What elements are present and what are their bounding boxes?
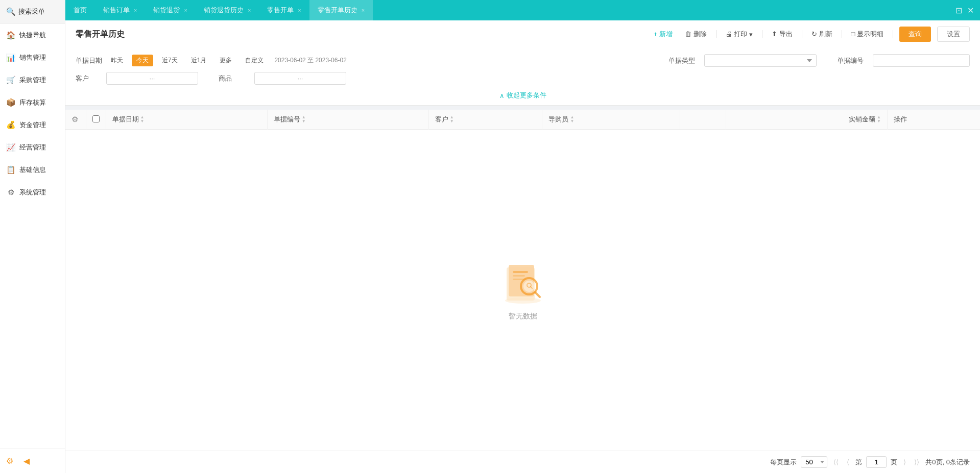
sidebar-item-purchase-mgmt[interactable]: 🛒 采购管理 xyxy=(0,69,65,91)
first-page-btn[interactable]: ⟨⟨ xyxy=(831,457,841,467)
th-customer-label: 客户 xyxy=(435,115,448,124)
sidebar-item-finance[interactable]: 💰 资金管理 xyxy=(0,114,65,136)
sidebar-label-purchase-mgmt: 采购管理 xyxy=(19,76,46,85)
nav-right-controls: ⊡ ✕ xyxy=(955,6,980,15)
operations-icon: 📈 xyxy=(6,143,15,152)
th-salesperson-label: 导购员 xyxy=(548,115,568,124)
page-header: 零售开单历史 + 新增 🗑 删除 🖨 打印 ▾ ⬆ 导出 ↻ 刷新 □ 显示明细 xyxy=(65,20,980,106)
date-btn-more[interactable]: 更多 xyxy=(215,55,236,66)
toolbar-divider-4 xyxy=(842,30,842,38)
query-button[interactable]: 查询 xyxy=(899,27,931,42)
customer-filter-btn[interactable]: ··· xyxy=(106,72,198,85)
prev-page-btn[interactable]: ⟨ xyxy=(845,457,851,467)
sidebar-item-inventory[interactable]: 📦 库存核算 xyxy=(0,91,65,114)
basic-info-icon: 📋 xyxy=(6,165,15,175)
date-btn-yesterday[interactable]: 昨天 xyxy=(106,55,128,66)
refresh-button[interactable]: ↻ 刷新 xyxy=(808,28,835,41)
empty-text: 暂无数据 xyxy=(509,312,537,321)
tab-retail-open[interactable]: 零售开单 × xyxy=(259,0,309,20)
export-button[interactable]: ⬆ 导出 xyxy=(769,28,796,41)
print-arrow-icon: ▾ xyxy=(749,31,753,38)
tab-sales-return-history-label: 销货退货历史 xyxy=(204,6,244,15)
toolbar: + 新增 🗑 删除 🖨 打印 ▾ ⬆ 导出 ↻ 刷新 □ 显示明细 查询 xyxy=(651,27,970,42)
collapse-icon: ∧ xyxy=(499,92,505,99)
date-btn-1month[interactable]: 近1月 xyxy=(186,55,211,66)
tab-sales-order-close[interactable]: × xyxy=(134,7,137,13)
page-label: 第 xyxy=(855,458,862,467)
goods-filter-label: 商品 xyxy=(219,74,254,83)
date-btn-today[interactable]: 今天 xyxy=(132,55,153,66)
top-nav: 首页 销售订单 × 销货退货 × 销货退货历史 × 零售开单 × 零售开单历史 … xyxy=(65,0,980,20)
sidebar-item-operations[interactable]: 📈 经营管理 xyxy=(0,136,65,159)
delete-button[interactable]: 🗑 删除 xyxy=(682,28,710,41)
th-salesperson: 导购员 ▲▼ xyxy=(542,110,680,130)
settings-button[interactable]: 设置 xyxy=(937,27,970,42)
customer-filter-label: 客户 xyxy=(76,74,106,83)
last-page-btn[interactable]: ⟩⟩ xyxy=(912,457,921,467)
per-page-select[interactable]: 20 50 100 200 xyxy=(801,456,827,468)
collapse-sidebar-icon[interactable]: ◀ xyxy=(23,456,30,466)
sidebar-search[interactable]: 🔍 搜索采单 xyxy=(0,0,65,24)
toolbar-divider-2 xyxy=(762,30,762,38)
page-number-input[interactable] xyxy=(866,456,887,468)
date-sort-arrows[interactable]: ▲▼ xyxy=(140,115,145,123)
tab-retail-open-history-close[interactable]: × xyxy=(362,7,365,13)
search-icon: 🔍 xyxy=(6,7,15,16)
type-filter-select[interactable] xyxy=(704,54,817,67)
toolbar-divider-3 xyxy=(802,30,802,38)
th-checkbox xyxy=(86,110,106,130)
date-btn-7days[interactable]: 近7天 xyxy=(157,55,182,66)
tab-sales-return-close[interactable]: × xyxy=(184,7,187,13)
svg-point-7 xyxy=(523,281,535,292)
tab-retail-open-close[interactable]: × xyxy=(298,7,301,13)
next-page-btn[interactable]: ⟩ xyxy=(901,457,908,467)
sidebar: 🔍 搜索采单 🏠 快捷导航 📊 销售管理 🛒 采购管理 📦 库存核算 💰 资金管… xyxy=(0,0,65,473)
tab-sales-return-history[interactable]: 销货退货历史 × xyxy=(196,0,259,20)
tab-retail-open-history[interactable]: 零售开单历史 × xyxy=(309,0,373,20)
tab-sales-return-label: 销货退货 xyxy=(153,6,180,15)
sidebar-label-operations: 经营管理 xyxy=(19,143,46,152)
inventory-icon: 📦 xyxy=(6,98,15,107)
sidebar-item-basic-info[interactable]: 📋 基础信息 xyxy=(0,159,65,181)
sidebar-item-sales-mgmt[interactable]: 📊 销售管理 xyxy=(0,46,65,69)
number-filter-label: 单据编号 xyxy=(837,56,873,65)
th-number: 单据编号 ▲▼ xyxy=(267,110,428,130)
select-all-checkbox[interactable] xyxy=(92,115,100,122)
date-btn-custom[interactable]: 自定义 xyxy=(241,55,268,66)
tab-sales-order[interactable]: 销售订单 × xyxy=(95,0,145,20)
amount-sort-arrows[interactable]: ▲▼ xyxy=(877,115,881,123)
sidebar-label-sys-mgmt: 系统管理 xyxy=(19,188,46,197)
window-close-icon[interactable]: ✕ xyxy=(967,6,974,15)
pagination-bar: 每页显示 20 50 100 200 ⟨⟨ ⟨ 第 页 ⟩ ⟩⟩ 共0页, 0条… xyxy=(65,451,980,473)
print-button[interactable]: 🖨 打印 ▾ xyxy=(723,28,756,41)
column-settings-icon[interactable]: ⚙ xyxy=(71,115,78,123)
sidebar-item-quick-nav[interactable]: 🏠 快捷导航 xyxy=(0,24,65,46)
sidebar-item-sys-mgmt[interactable]: ⚙ 系统管理 xyxy=(0,181,65,204)
tab-sales-return[interactable]: 销货退货 × xyxy=(145,0,195,20)
salesperson-sort-arrows[interactable]: ▲▼ xyxy=(570,115,574,123)
date-range-display: 2023-06-02 至 2023-06-02 xyxy=(274,56,346,65)
collapse-filter-btn[interactable]: ∧ 收起更多条件 xyxy=(76,88,970,105)
th-amount: 实销金额 ▲▼ xyxy=(726,110,887,130)
table-header-row: ⚙ 单据日期 ▲▼ xyxy=(65,110,980,130)
per-page-label: 每页显示 xyxy=(770,458,797,467)
add-button[interactable]: + 新增 xyxy=(651,28,676,41)
page-suffix: 页 xyxy=(891,458,897,467)
date-range-group: 昨天 今天 近7天 近1月 更多 自定义 2023-06-02 至 2023-0… xyxy=(106,55,648,66)
number-filter-input[interactable] xyxy=(873,54,970,67)
settings-icon[interactable]: ⚙ xyxy=(6,456,13,466)
filter-row-2: 客户 ··· 商品 ··· xyxy=(76,72,970,85)
customer-sort-arrows[interactable]: ▲▼ xyxy=(450,115,454,123)
goods-filter-btn[interactable]: ··· xyxy=(254,72,346,85)
empty-svg xyxy=(497,260,548,306)
tab-home[interactable]: 首页 xyxy=(65,0,95,20)
number-sort-arrows[interactable]: ▲▼ xyxy=(302,115,306,123)
sales-icon: 📊 xyxy=(6,53,15,62)
display-detail-button[interactable]: □ 显示明细 xyxy=(848,28,887,41)
svg-rect-4 xyxy=(513,275,525,277)
window-restore-icon[interactable]: ⊡ xyxy=(955,6,962,15)
th-action-label: 操作 xyxy=(894,115,907,123)
toolbar-divider-1 xyxy=(716,30,716,38)
tab-sales-return-history-close[interactable]: × xyxy=(248,7,251,13)
th-number-label: 单据编号 xyxy=(274,115,300,124)
